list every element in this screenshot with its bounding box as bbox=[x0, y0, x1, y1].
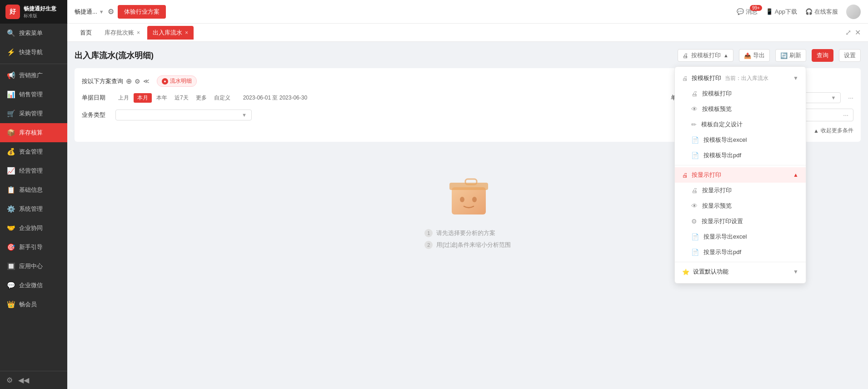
display-preview-icon: 👁 bbox=[691, 202, 698, 209]
tab-batch-close-icon[interactable]: × bbox=[137, 30, 140, 36]
dropdown-display-pdf[interactable]: 📄 按显示导出pdf bbox=[675, 244, 806, 260]
settings-btn[interactable]: 设置 bbox=[839, 49, 861, 62]
topbar-account[interactable]: 畅捷通... ▼ bbox=[75, 8, 104, 16]
operations-icon: 📈 bbox=[6, 166, 15, 175]
dropdown-display-print-settings[interactable]: ⚙ 按显示打印设置 bbox=[675, 214, 806, 229]
dropdown-display-excel[interactable]: 📄 按显示导出excel bbox=[675, 229, 806, 244]
filter-collapse-icon[interactable]: ≪ bbox=[143, 78, 150, 85]
dropdown-display-print[interactable]: 🖨 按显示打印 bbox=[675, 183, 806, 198]
date-tab-this-year[interactable]: 本年 bbox=[154, 93, 170, 103]
warehouse-more-icon[interactable]: ··· bbox=[843, 111, 848, 119]
filter-add-icon[interactable]: ⊕ bbox=[126, 77, 132, 85]
maximize-icon[interactable]: ⤢ bbox=[845, 28, 851, 37]
sidebar-item-system[interactable]: ⚙️ 系统管理 bbox=[0, 199, 67, 219]
sidebar-item-operations[interactable]: 📈 经营管理 bbox=[0, 161, 67, 180]
dropdown-template-print[interactable]: 🖨 按模板打印 bbox=[675, 86, 806, 101]
sidebar-item-marketing[interactable]: 📢 营销推广 bbox=[0, 66, 67, 85]
sidebar-label-wechat: 企业微信 bbox=[19, 281, 43, 289]
sidebar-label-quick-nav: 快捷导航 bbox=[19, 48, 43, 56]
filter-settings-icon[interactable]: ⚙ bbox=[135, 78, 140, 85]
tab-flow-close-icon[interactable]: × bbox=[185, 30, 188, 36]
sidebar-item-enterprise[interactable]: 🤝 企业协同 bbox=[0, 219, 67, 238]
query-btn[interactable]: 查询 bbox=[812, 49, 833, 62]
topbar-avatar[interactable] bbox=[846, 5, 861, 19]
close-window-icon[interactable]: ✕ bbox=[855, 28, 861, 37]
set-default-header[interactable]: ⭐ 设置默认功能 ▼ bbox=[675, 264, 806, 279]
export-btn[interactable]: 📤 导出 bbox=[739, 49, 770, 62]
topbar-app-btn[interactable]: 📱 App下载 bbox=[766, 8, 797, 16]
member-icon: 👑 bbox=[6, 300, 15, 309]
window-controls: ⤢ ✕ bbox=[845, 28, 861, 37]
tab-home-label: 首页 bbox=[80, 29, 92, 37]
page-title-row: 出入库流水(流水明细) 🖨 按模板打印 ▲ 📤 导出 🔄 刷新 查询 bbox=[75, 49, 861, 62]
topbar-service-btn[interactable]: 🎧 在线客服 bbox=[805, 8, 838, 16]
quick-nav-icon: ⚡ bbox=[6, 48, 15, 57]
date-tab-more[interactable]: 更多 bbox=[193, 93, 210, 103]
empty-state-svg bbox=[445, 175, 495, 220]
dropdown-template-custom[interactable]: ✏ 模板自定义设计 bbox=[675, 117, 806, 132]
sidebar-item-app-center[interactable]: 🔲 应用中心 bbox=[0, 257, 67, 276]
business-type-arrow-icon: ▼ bbox=[242, 112, 247, 118]
main-area: 畅捷通... ▼ ⚙ 体验行业方案 💬 消息 99+ 📱 App下载 🎧 在线客… bbox=[67, 0, 868, 389]
sidebar-item-member[interactable]: 👑 畅会员 bbox=[0, 295, 67, 314]
msg-icon: 💬 bbox=[737, 8, 744, 15]
svg-point-1 bbox=[460, 197, 464, 202]
sidebar-item-sales[interactable]: 📊 销售管理 bbox=[0, 85, 67, 104]
sidebar-item-guide[interactable]: 🎯 新手引导 bbox=[0, 238, 67, 257]
dropdown-template-preview[interactable]: 👁 按模板预览 bbox=[675, 101, 806, 117]
display-print-item-label: 按显示打印 bbox=[702, 186, 732, 194]
type-select-more-icon[interactable]: ··· bbox=[848, 94, 853, 101]
sales-icon: 📊 bbox=[6, 90, 15, 99]
date-tab-7days[interactable]: 近7天 bbox=[172, 93, 191, 103]
template-excel-label: 按模板导出excel bbox=[703, 136, 747, 144]
tab-flow[interactable]: 出入库流水 × bbox=[147, 26, 194, 40]
svg-rect-0 bbox=[452, 187, 486, 214]
display-print-header[interactable]: 🖨 按显示打印 ▲ bbox=[675, 167, 806, 183]
account-arrow-icon: ▼ bbox=[99, 9, 104, 15]
enterprise-icon: 🤝 bbox=[6, 224, 15, 233]
sidebar-item-inventory[interactable]: 📦 库存核算 bbox=[0, 123, 67, 142]
dropdown-display-preview[interactable]: 👁 按显示预览 bbox=[675, 198, 806, 214]
sidebar-item-search[interactable]: 🔍 搜索菜单 bbox=[0, 24, 67, 43]
trial-btn[interactable]: 体验行业方案 bbox=[118, 5, 166, 19]
dropdown-template-excel[interactable]: 📄 按模板导出excel bbox=[675, 132, 806, 148]
dropdown-template-pdf[interactable]: 📄 按模板导出pdf bbox=[675, 148, 806, 163]
date-tabs: 上月 本月 本年 近7天 更多 自定义 bbox=[115, 93, 233, 103]
print-btn[interactable]: 🖨 按模板打印 ▲ bbox=[678, 49, 733, 62]
sidebar-item-basic-info[interactable]: 📋 基础信息 bbox=[0, 180, 67, 199]
sidebar-label-marketing: 营销推广 bbox=[19, 71, 43, 80]
topbar-msg-btn[interactable]: 💬 消息 99+ bbox=[737, 8, 758, 16]
date-tab-custom[interactable]: 自定义 bbox=[211, 93, 233, 103]
sidebar-label-finance: 资金管理 bbox=[19, 148, 43, 156]
collapse-btn[interactable]: ▲ 收起更多条件 bbox=[813, 127, 853, 135]
sidebar-item-wechat[interactable]: 💬 企业微信 bbox=[0, 276, 67, 295]
empty-steps: 1 请先选择要分析的方案 2 用[过滤]条件来缩小分析范围 bbox=[424, 227, 510, 251]
settings-bottom-icon[interactable]: ⚙ bbox=[6, 376, 13, 384]
empty-state-image bbox=[445, 175, 490, 220]
topbar-left: 畅捷通... ▼ ⚙ 体验行业方案 bbox=[75, 5, 732, 19]
msg-badge: 99+ bbox=[750, 5, 762, 11]
date-tab-this-month[interactable]: 本月 bbox=[134, 93, 152, 103]
settings-label: 设置 bbox=[844, 51, 856, 60]
tab-batch-account[interactable]: 库存批次账 × bbox=[99, 26, 145, 40]
tab-home[interactable]: 首页 bbox=[75, 26, 97, 40]
template-custom-icon: ✏ bbox=[691, 121, 697, 128]
refresh-btn[interactable]: 🔄 刷新 bbox=[775, 49, 806, 62]
sidebar-item-quick-nav[interactable]: ⚡ 快捷导航 bbox=[0, 43, 67, 62]
date-tab-prev-month[interactable]: 上月 bbox=[115, 93, 132, 103]
logo-text-block: 畅捷通好生意 标准版 bbox=[24, 5, 56, 19]
template-print-header[interactable]: 🖨 按模板打印 当前：出入库流水 ▼ bbox=[675, 70, 806, 86]
set-default-arrow-icon: ▼ bbox=[793, 269, 798, 275]
topbar-gear-icon[interactable]: ⚙ bbox=[108, 7, 114, 16]
sidebar-label-enterprise: 企业协同 bbox=[19, 224, 43, 232]
tab-batch-label: 库存批次账 bbox=[105, 29, 134, 37]
collapse-sidebar-icon[interactable]: ◀◀ bbox=[18, 376, 29, 384]
sidebar-item-finance[interactable]: 💰 资金管理 bbox=[0, 142, 67, 161]
export-label: 导出 bbox=[753, 51, 765, 60]
step-1-text: 请先选择要分析的方案 bbox=[436, 227, 495, 239]
inventory-icon: 📦 bbox=[6, 128, 15, 137]
refresh-icon: 🔄 bbox=[780, 52, 788, 59]
sidebar-item-purchase[interactable]: 🛒 采购管理 bbox=[0, 104, 67, 123]
business-type-select[interactable]: ▼ bbox=[115, 110, 252, 120]
sidebar: 好 畅捷通好生意 标准版 🔍 搜索菜单 ⚡ 快捷导航 📢 营销推广 📊 销售管理… bbox=[0, 0, 67, 389]
